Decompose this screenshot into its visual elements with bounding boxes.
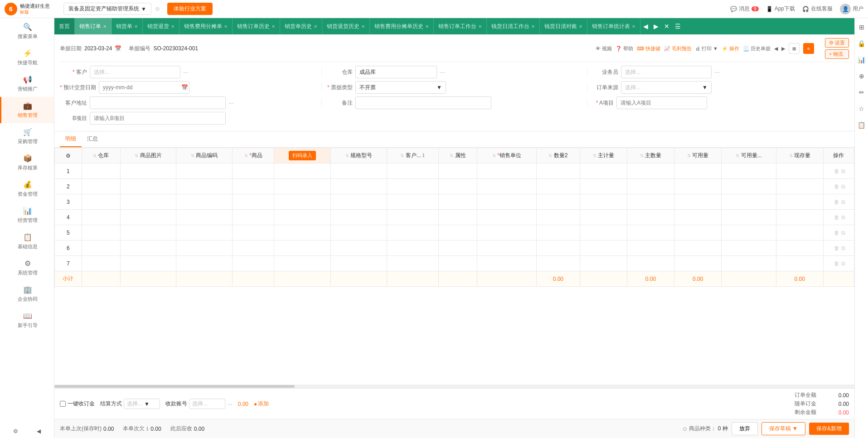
copy-icon[interactable]: ⧉: [841, 168, 845, 174]
tab-close-sales-return[interactable]: ✕: [134, 24, 138, 29]
copy-icon[interactable]: ⧉: [841, 230, 845, 236]
address-more[interactable]: ···: [228, 99, 234, 106]
table-cell[interactable]: [82, 256, 120, 271]
table-cell[interactable]: [477, 164, 536, 179]
save-draft-button[interactable]: 保存草稿 ▼: [761, 422, 805, 435]
tab-sales-fee[interactable]: 销售费用分摊单 ✕: [179, 18, 233, 34]
table-cell[interactable]: [176, 164, 233, 179]
table-cell[interactable]: [387, 210, 439, 225]
table-cell[interactable]: [120, 194, 176, 210]
sidebar-item-guide[interactable]: 📖 新手引导: [0, 307, 54, 333]
sidebar-settings-icon[interactable]: ⚙: [13, 428, 18, 434]
tab-huizong[interactable]: 汇总: [82, 131, 103, 147]
table-cell[interactable]: [330, 256, 387, 271]
table-cell[interactable]: [232, 256, 274, 271]
tab-home[interactable]: 首页: [54, 18, 75, 34]
calendar-icon[interactable]: 📅: [115, 45, 121, 52]
table-cell[interactable]: [82, 164, 120, 179]
app-selector[interactable]: 装备及固定资产辅助管理系统 ▼: [63, 3, 151, 15]
delete-icon[interactable]: 🗑: [834, 214, 839, 221]
tab-close-return-goods[interactable]: ✕: [171, 24, 175, 29]
table-cell[interactable]: [330, 194, 387, 210]
material-btn[interactable]: + 物流: [825, 49, 849, 59]
table-cell[interactable]: [537, 194, 580, 210]
table-cell[interactable]: [722, 179, 776, 194]
right-icon-1[interactable]: ⊞: [857, 22, 866, 33]
right-icon-2[interactable]: 🔒: [856, 38, 867, 49]
table-cell[interactable]: [232, 194, 274, 210]
sidebar-item-quick[interactable]: ⚡ 快捷导航: [0, 44, 54, 71]
tab-fee-history[interactable]: 销售费用分摊单历史 ✕: [370, 18, 434, 34]
sidebar-item-finance[interactable]: 💰 资金管理: [0, 176, 54, 202]
table-cell[interactable]: [537, 241, 580, 256]
table-cell[interactable]: [674, 256, 722, 271]
table-cell[interactable]: [674, 179, 722, 194]
table-cell[interactable]: [82, 179, 120, 194]
table-cell[interactable]: [627, 179, 674, 194]
table-cell[interactable]: [274, 164, 331, 179]
settings-panel-btn[interactable]: ⚙ 设置: [825, 38, 849, 48]
tab-close-order-workbench[interactable]: ✕: [478, 24, 482, 29]
delete-icon[interactable]: 🗑: [834, 245, 839, 251]
tab-order-workbench[interactable]: 销售订单工作台 ✕: [434, 18, 487, 34]
right-icon-7[interactable]: 📋: [856, 120, 867, 130]
table-cell[interactable]: [330, 225, 387, 241]
tab-return-goods[interactable]: 销货退货 ✕: [143, 18, 179, 34]
table-cell[interactable]: [627, 241, 674, 256]
table-cell[interactable]: [176, 179, 233, 194]
table-cell[interactable]: [722, 241, 776, 256]
tab-cash-daily[interactable]: 钱货日清工作台 ✕: [487, 18, 540, 34]
app-download-item[interactable]: 📱 App下载: [766, 5, 795, 13]
table-cell[interactable]: [627, 256, 674, 271]
table-cell[interactable]: [232, 225, 274, 241]
table-cell[interactable]: [120, 225, 176, 241]
table-cell[interactable]: [722, 164, 776, 179]
col-settings[interactable]: ⚙: [55, 148, 82, 164]
table-cell[interactable]: [387, 179, 439, 194]
table-cell[interactable]: [776, 164, 823, 179]
table-cell[interactable]: [387, 241, 439, 256]
delete-icon[interactable]: 🗑: [834, 183, 839, 190]
right-icon-6[interactable]: ☆: [857, 103, 866, 114]
tab-close-fee-history[interactable]: ✕: [425, 24, 429, 29]
salesperson-select[interactable]: 选择...: [621, 66, 712, 78]
invoice-type-select[interactable]: 不开票 ▼: [355, 81, 446, 94]
tab-close-cash-daily[interactable]: ✕: [531, 24, 535, 29]
tab-close-sales-order[interactable]: ✕: [103, 24, 107, 29]
tab-menu[interactable]: ☰: [672, 23, 684, 30]
user-item[interactable]: 👤 用户: [840, 4, 863, 14]
table-cell[interactable]: [439, 194, 477, 210]
print-btn[interactable]: 🖨 打印 ▼: [695, 45, 718, 52]
table-cell[interactable]: [537, 256, 580, 271]
sidebar-item-search[interactable]: 🔍 搜索菜单: [0, 18, 54, 44]
discard-button[interactable]: 放弃: [732, 422, 758, 435]
table-cell[interactable]: [537, 179, 580, 194]
table-cell[interactable]: [330, 241, 387, 256]
add-button[interactable]: ● 添加: [254, 400, 269, 408]
sidebar-item-base[interactable]: 📋 基础信息: [0, 228, 54, 255]
order-source-select[interactable]: 选择... ▼: [621, 81, 712, 94]
sidebar-item-sales[interactable]: 💼 销售管理: [0, 97, 54, 123]
tab-nav-right[interactable]: ▶: [651, 23, 661, 30]
table-cell[interactable]: [120, 210, 176, 225]
table-cell[interactable]: [274, 225, 331, 241]
sidebar-item-purchase[interactable]: 🛒 采购管理: [0, 123, 54, 149]
col-info-icon[interactable]: ℹ: [422, 152, 425, 159]
settings-icon[interactable]: ⚙: [151, 6, 164, 12]
tab-return-history[interactable]: 销货退货历史 ✕: [322, 18, 370, 34]
tab-sales-history[interactable]: 销货单历史 ✕: [280, 18, 322, 34]
operation-btn[interactable]: ⚡ 操作: [722, 45, 739, 52]
table-cell[interactable]: [580, 256, 627, 271]
table-cell[interactable]: [674, 241, 722, 256]
table-cell[interactable]: [776, 256, 823, 271]
table-cell[interactable]: [387, 225, 439, 241]
table-cell[interactable]: [330, 164, 387, 179]
tab-sales-return[interactable]: 销货单 ✕: [112, 18, 143, 34]
copy-icon[interactable]: ⧉: [841, 260, 845, 267]
table-cell[interactable]: [627, 164, 674, 179]
a-project-input[interactable]: [616, 96, 707, 109]
profit-btn[interactable]: 📈 毛利预告: [664, 45, 692, 52]
table-cell[interactable]: [232, 210, 274, 225]
table-cell[interactable]: [477, 256, 536, 271]
table-cell[interactable]: [120, 164, 176, 179]
